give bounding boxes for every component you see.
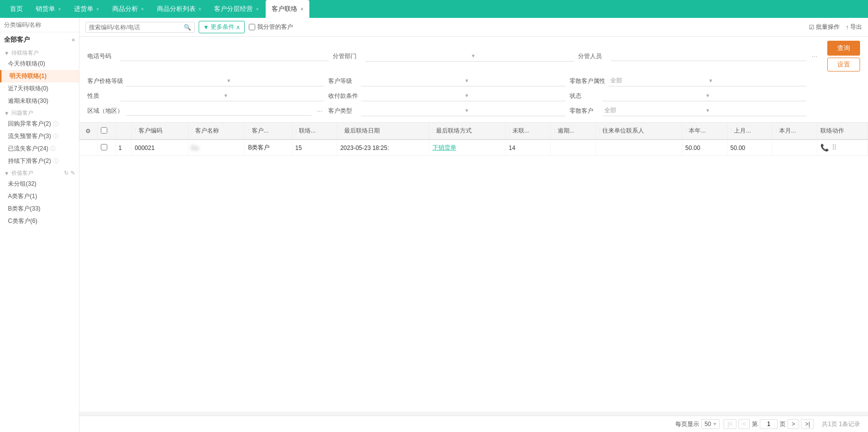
set-button[interactable]: 设置 xyxy=(827,58,860,72)
col-unit-contact[interactable]: :往来单位联系人 xyxy=(595,123,682,140)
sidebar-item-today-pending[interactable]: 今天待联络(0) xyxy=(0,58,79,70)
cell-type: B类客户 xyxy=(245,140,292,156)
refresh-icon[interactable]: ↻ xyxy=(64,170,69,176)
close-icon[interactable]: × xyxy=(199,6,202,12)
nav-customer-contact[interactable]: 客户联络 × xyxy=(266,0,309,18)
sidebar-item-abnormal-repurchase[interactable]: 回购异常客户(2) ⓘ xyxy=(0,118,79,130)
filter-row-1: 电话号码 分管部门 ▼ 分管人员 ··· 查询 设置 xyxy=(87,41,860,72)
region-label: 区域（地区） xyxy=(87,107,123,115)
sidebar-item-tomorrow-pending[interactable]: 明天待联络(1) xyxy=(0,70,79,82)
contact-action-icon[interactable]: 📞 xyxy=(820,144,829,151)
col-customer-code[interactable]: :客户编码 xyxy=(132,123,188,140)
filter-cell-payment: 收付款条件 ▼ xyxy=(328,90,565,101)
col-not-contact[interactable]: :未联... xyxy=(506,123,551,140)
more-icon[interactable]: ··· xyxy=(315,107,325,115)
export-button[interactable]: ↑ 导出 xyxy=(846,23,862,31)
search-icon[interactable]: 🔍 xyxy=(184,24,191,31)
export-icon: ↑ xyxy=(846,24,849,31)
prev-page-button[interactable]: < xyxy=(738,419,750,429)
customer-level-select[interactable]: ▼ xyxy=(361,75,565,86)
dept-select[interactable]: ▼ xyxy=(365,51,574,62)
col-overdue[interactable]: :逾期... xyxy=(551,123,596,140)
nav-purchase-order[interactable]: 进货单 × xyxy=(68,0,105,18)
price-level-select[interactable]: ▼ xyxy=(126,75,324,86)
batch-ops-button[interactable]: ☑ 批量操作 xyxy=(809,23,840,31)
row-checkbox[interactable] xyxy=(101,144,107,150)
page-number-input[interactable] xyxy=(760,419,778,429)
more-action-icon[interactable]: ⠿ xyxy=(832,144,837,151)
nav-sales-order[interactable]: 销货单 × xyxy=(30,0,67,18)
cell-checkbox[interactable] xyxy=(97,140,115,156)
col-last-contact-method[interactable]: :最后联络方式 xyxy=(429,123,506,140)
all-customers-header[interactable]: 全部客户 « xyxy=(0,32,79,47)
cell-unit-contact xyxy=(595,140,682,156)
sidebar-item-class-c[interactable]: C类客户(6) xyxy=(0,215,79,227)
phone-input[interactable] xyxy=(120,52,329,61)
horizontal-scrollbar[interactable] xyxy=(79,412,868,416)
sidebar-item-class-b[interactable]: B类客户(33) xyxy=(0,203,79,215)
nav-customer-layering[interactable]: 客户分层经营 × xyxy=(208,0,265,18)
filter-cell-retail-attr: 零散客户属性 全部 ▼ xyxy=(570,75,806,86)
sidebar-item-churn-warning[interactable]: 流失预警客户(3) ⓘ xyxy=(0,130,79,143)
my-customers-checkbox[interactable] xyxy=(249,24,255,30)
retail-customer-select[interactable]: 全部 ▼ xyxy=(602,105,806,116)
filter-bar: 🔍 ▼ 更多条件 ∧ 我分管的客户 ☑ 批量操作 ↑ 导出 xyxy=(79,18,868,37)
col-contact[interactable]: :联络... xyxy=(292,123,337,140)
col-last-month[interactable]: :上月... xyxy=(727,123,772,140)
col-customer-type[interactable]: :客户... xyxy=(245,123,292,140)
sidebar-item-declining[interactable]: 持续下滑客户(2) ⓘ xyxy=(0,155,79,167)
payment-select[interactable]: ▼ xyxy=(361,90,565,101)
sidebar-item-class-a[interactable]: A类客户(1) xyxy=(0,190,79,203)
col-last-contact-date[interactable]: :最后联络日期 xyxy=(337,123,429,140)
customer-type-select[interactable]: ▼ xyxy=(361,105,565,116)
first-page-button[interactable]: |< xyxy=(723,419,736,429)
status-select[interactable]: ▼ xyxy=(602,90,806,101)
col-gear[interactable]: ⚙ xyxy=(79,123,97,140)
cell-last-contact-method[interactable]: 下销货单 xyxy=(429,140,506,156)
col-checkbox[interactable] xyxy=(97,123,115,140)
sidebar-item-churned[interactable]: 已流失客户(24) ⓘ xyxy=(0,143,79,155)
close-icon[interactable]: × xyxy=(256,6,259,12)
manager-input[interactable] xyxy=(611,52,806,61)
sidebar-item-overdue-pending[interactable]: 逾期未联络(30) xyxy=(0,95,79,107)
cell-last-month: 50.00 xyxy=(727,140,772,156)
page-size-dropdown[interactable]: 50 ▼ xyxy=(701,419,720,429)
close-icon[interactable]: × xyxy=(96,6,99,12)
close-icon[interactable]: × xyxy=(141,6,144,12)
next-page-button[interactable]: > xyxy=(788,419,799,429)
retail-attr-select[interactable]: 全部 ▼ xyxy=(608,75,806,86)
filter-icon: ▼ xyxy=(203,24,209,31)
more-conditions-button[interactable]: ▼ 更多条件 ∧ xyxy=(199,21,245,33)
sidebar-item-7days-pending[interactable]: 近7天待联络(0) xyxy=(0,82,79,95)
my-customers-checkbox-label[interactable]: 我分管的客户 xyxy=(249,23,293,31)
col-customer-name[interactable]: :客户名称 xyxy=(188,123,245,140)
table-area: ⚙ :客户编码 :客户名称 :客户... :联络... :最后联络日期 :最后联… xyxy=(79,123,868,412)
sidebar-search-input[interactable] xyxy=(4,21,78,28)
select-all-checkbox[interactable] xyxy=(101,127,107,134)
nav-product-analysis-list[interactable]: 商品分析列表 × xyxy=(151,0,208,18)
triangle-icon: ▼ xyxy=(4,50,9,56)
main-layout: 🔍 全部客户 « ▼ 待联络客户 今天待联络(0) 明天待联络(1) 近7天待联… xyxy=(0,18,868,432)
filter-cell-manager: 分管人员 ··· xyxy=(578,52,819,61)
col-this-month[interactable]: :本月... xyxy=(772,123,817,140)
close-icon[interactable]: × xyxy=(300,6,303,12)
edit-icon[interactable]: ✎ xyxy=(71,170,75,176)
col-this-year[interactable]: :本年... xyxy=(682,123,727,140)
pending-group-label: ▼ 待联络客户 xyxy=(0,47,79,58)
col-index xyxy=(115,123,132,140)
sidebar-item-ungrouped[interactable]: 未分组(32) xyxy=(0,178,79,190)
region-input[interactable] xyxy=(126,106,312,116)
nav-home[interactable]: 首页 xyxy=(4,0,29,18)
retail-attr-label: 零散客户属性 xyxy=(570,77,605,85)
main-search-input[interactable] xyxy=(89,24,182,31)
filter-row-4: 区域（地区） ··· 客户类型 ▼ 零散客户 全部 ▼ xyxy=(87,105,860,116)
close-icon[interactable]: × xyxy=(58,6,61,12)
pagination-bar: 每页显示 50 ▼ |< < 第 页 > >| 共1页 1条记录 xyxy=(79,416,868,432)
more-icon[interactable]: ··· xyxy=(809,52,819,60)
nav-product-analysis[interactable]: 商品分析 × xyxy=(106,0,150,18)
cell-index: 1 xyxy=(115,140,132,156)
last-page-button[interactable]: >| xyxy=(801,419,814,429)
collapse-icon: « xyxy=(72,36,75,43)
nature-select[interactable]: ▼ xyxy=(120,90,324,101)
query-button[interactable]: 查询 xyxy=(827,41,860,56)
